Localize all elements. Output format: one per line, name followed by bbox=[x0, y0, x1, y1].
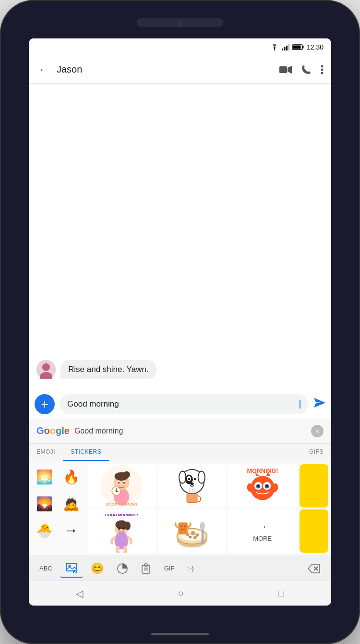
received-message-row: Rise and shine. Yawn. bbox=[36, 360, 324, 379]
svg-point-44 bbox=[250, 476, 274, 500]
chat-area: Rise and shine. Yawn. bbox=[29, 84, 331, 389]
send-icon bbox=[313, 397, 325, 408]
svg-rect-1 bbox=[282, 49, 283, 50]
kb-clips-button[interactable] bbox=[135, 559, 156, 578]
sticker-girl-gm[interactable]: GOOD MORNING! bbox=[87, 509, 156, 553]
svg-point-67 bbox=[193, 536, 197, 539]
kb-gif-button[interactable]: GIF bbox=[158, 559, 180, 578]
emoticon-label: :-) bbox=[188, 565, 193, 572]
more-arrow-icon: → bbox=[257, 520, 268, 533]
svg-text:MORNING!: MORNING! bbox=[247, 468, 278, 474]
kb-delete-button[interactable] bbox=[301, 559, 326, 578]
gif-cell-2[interactable] bbox=[300, 509, 328, 553]
emoji-row-1: 🌅 🔥 bbox=[32, 464, 84, 489]
svg-rect-3 bbox=[286, 46, 288, 50]
emoji-chick[interactable]: 🐣 bbox=[32, 518, 57, 543]
nav-home-button[interactable]: ○ bbox=[168, 584, 193, 603]
sticker-gm-svg: GOOD MORNING! bbox=[100, 509, 143, 553]
clipboard-icon bbox=[141, 563, 151, 574]
emoji-arrow[interactable]: → bbox=[59, 518, 84, 543]
svg-point-50 bbox=[266, 485, 268, 487]
emoji-fire[interactable]: 🔥 bbox=[59, 464, 84, 489]
more-options-icon[interactable] bbox=[321, 65, 324, 74]
kb-abc-button[interactable]: ABC bbox=[34, 559, 58, 578]
svg-marker-16 bbox=[314, 398, 325, 408]
tab-emoji[interactable]: EMOJI bbox=[29, 444, 63, 461]
svg-point-37 bbox=[189, 479, 190, 480]
plus-icon: + bbox=[41, 398, 48, 410]
sticker-content: 🌅 🔥 🌄 🙇 🐣 → bbox=[29, 461, 331, 556]
video-call-icon[interactable] bbox=[279, 65, 292, 74]
svg-point-57 bbox=[118, 527, 120, 530]
svg-point-64 bbox=[191, 531, 195, 535]
status-bar: 12:30 bbox=[29, 38, 331, 56]
phone-call-icon[interactable] bbox=[301, 65, 311, 74]
google-search-bar: Google Good morning × bbox=[29, 419, 331, 444]
stickers-tab-label: STICKERS bbox=[71, 448, 101, 455]
battery-icon bbox=[292, 44, 304, 50]
sticker-good-morning-girl[interactable]: GOOD MORNING bbox=[87, 464, 156, 508]
sticker-keyboard-icon bbox=[66, 563, 77, 573]
wifi-icon bbox=[270, 44, 279, 50]
svg-point-33 bbox=[198, 471, 205, 483]
svg-rect-42 bbox=[187, 494, 197, 502]
svg-text:GOOD MORNING!: GOOD MORNING! bbox=[105, 513, 138, 517]
emoji-sunrise[interactable]: 🌅 bbox=[32, 464, 57, 489]
input-bar: + Good morning bbox=[29, 389, 331, 419]
contact-name: Jason bbox=[57, 64, 274, 75]
emoji-row-2: 🌄 🙇 bbox=[32, 491, 84, 516]
svg-rect-6 bbox=[302, 46, 303, 49]
signal-icon bbox=[282, 44, 289, 50]
svg-rect-71 bbox=[179, 523, 187, 534]
kb-emoticon-button[interactable]: :-) bbox=[182, 559, 199, 578]
svg-point-32 bbox=[179, 471, 186, 483]
search-query: Good morning bbox=[74, 427, 306, 435]
gif-cell-1[interactable] bbox=[300, 464, 328, 508]
svg-point-10 bbox=[321, 65, 324, 67]
emoji-landscape[interactable]: 🌄 bbox=[32, 491, 57, 516]
svg-point-25 bbox=[123, 482, 125, 484]
emoji-tab-label: EMOJI bbox=[36, 448, 55, 455]
emoji-row-3: 🐣 → bbox=[32, 518, 84, 543]
sticker-dog-svg bbox=[170, 464, 214, 508]
app-bar-actions bbox=[279, 65, 324, 74]
kb-emoji-button[interactable]: 😊 bbox=[85, 559, 109, 578]
svg-point-69 bbox=[200, 522, 205, 530]
back-button[interactable]: ← bbox=[36, 62, 51, 78]
sticker-icon bbox=[117, 563, 128, 574]
clear-search-button[interactable]: × bbox=[311, 425, 324, 437]
clear-icon: × bbox=[315, 427, 319, 435]
keyboard-toolbar: ABC 😊 bbox=[29, 556, 331, 581]
sticker-tabs: EMOJI STICKERS GIFs bbox=[29, 444, 331, 461]
message-input-wrapper[interactable]: Good morning bbox=[60, 394, 308, 414]
sticker-morning-text[interactable]: MORNING! bbox=[228, 464, 297, 508]
svg-marker-9 bbox=[288, 66, 292, 74]
tab-gifs[interactable]: GIFs bbox=[301, 444, 331, 461]
nav-bar: ◁ ○ □ bbox=[29, 581, 331, 606]
add-button[interactable]: + bbox=[35, 394, 55, 414]
more-label: MORE bbox=[253, 535, 272, 542]
svg-point-21 bbox=[123, 471, 130, 478]
send-button[interactable] bbox=[313, 397, 325, 411]
svg-point-56 bbox=[125, 521, 131, 530]
backspace-icon bbox=[307, 563, 321, 574]
more-stickers-button[interactable]: → MORE bbox=[228, 509, 297, 553]
sticker-toast[interactable] bbox=[158, 509, 227, 553]
tab-stickers[interactable]: STICKERS bbox=[63, 444, 109, 461]
sticker-toast-svg bbox=[170, 509, 214, 553]
svg-point-40 bbox=[194, 479, 195, 480]
svg-point-59 bbox=[115, 532, 129, 549]
home-indicator bbox=[151, 633, 209, 635]
nav-recents-button[interactable]: □ bbox=[268, 584, 293, 603]
emoji-bow[interactable]: 🙇 bbox=[59, 491, 84, 516]
nav-recents-icon: □ bbox=[278, 588, 284, 598]
sticker-morning-svg: MORNING! bbox=[241, 464, 284, 508]
svg-point-58 bbox=[122, 527, 125, 530]
sticker-dog-coffee[interactable] bbox=[158, 464, 227, 508]
nav-back-button[interactable]: ◁ bbox=[66, 584, 93, 603]
kb-sticker-active-button[interactable] bbox=[60, 559, 83, 578]
kb-sticker-button[interactable] bbox=[111, 559, 133, 578]
svg-rect-8 bbox=[279, 66, 287, 73]
nav-back-icon: ◁ bbox=[76, 588, 83, 599]
svg-rect-7 bbox=[293, 46, 300, 49]
